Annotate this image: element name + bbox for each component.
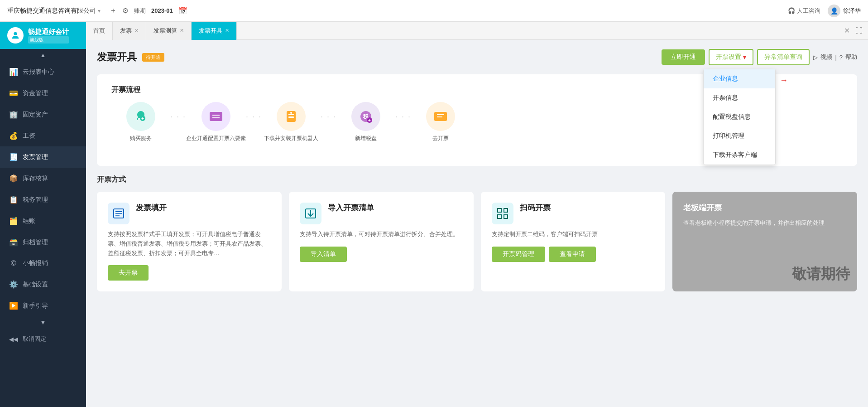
flow-connector-3: · · · — [321, 112, 336, 121]
tax-mgmt-icon: 📋 — [9, 195, 18, 204]
svg-rect-24 — [498, 208, 501, 212]
company-name[interactable]: 重庆畅捷交通信息咨询有限公司 ▾ — [7, 7, 101, 15]
sidebar-item-settings[interactable]: ⚙️ 基础设置 — [0, 274, 86, 295]
sidebar-item-tax-mgmt[interactable]: 📋 税务管理 — [0, 189, 86, 210]
tab-invoice[interactable]: 发票 ✕ — [113, 22, 146, 40]
method-card-fill-invoice: 发票填开 支持按照发票样式手工填开发票；可开具增值税电子普通发票、增值税普通发票… — [97, 192, 282, 291]
logo-icon — [7, 27, 24, 44]
svg-rect-26 — [498, 215, 501, 218]
fill-invoice-icon — [108, 203, 129, 224]
import-invoice-button[interactable]: 导入清单 — [300, 247, 347, 262]
sidebar-item-cloud-report[interactable]: 📊 云报表中心 — [0, 61, 86, 82]
period-label: 账期 — [134, 7, 146, 15]
svg-text:+: + — [141, 116, 144, 121]
page-header: 发票开具 待开通 立即开通 开票设置 ▾ 异常清单查询 ▷ 视频 | ? 帮助 — [97, 49, 857, 65]
fill-invoice-desc: 支持按照发票样式手工填开发票；可开具增值税电子普通发票、增值税普通发票、增值税专… — [108, 230, 271, 258]
methods-section-title: 开票方式 — [97, 175, 857, 184]
tab-invoice-close[interactable]: ✕ — [134, 28, 139, 34]
username-label: 徐泽华 — [843, 7, 861, 15]
tab-home[interactable]: 首页 — [86, 22, 113, 40]
fill-invoice-title: 发票填开 — [136, 203, 167, 213]
activate-button[interactable]: 立即开通 — [662, 49, 705, 65]
flow-connector-1: · · · — [170, 112, 186, 121]
dropdown-printer-mgmt[interactable]: 打印机管理 — [704, 126, 775, 145]
config-enterprise-icon — [201, 102, 230, 131]
play-circle-icon[interactable]: ▷ — [813, 54, 818, 61]
header-actions: 立即开通 开票设置 ▾ 异常清单查询 ▷ 视频 | ? 帮助 — [662, 49, 857, 65]
tab-invoice-calc-close[interactable]: ✕ — [180, 28, 184, 34]
go-invoice-icon — [426, 102, 455, 131]
invoice-mgmt-icon: 🧾 — [9, 153, 18, 161]
import-invoice-title: 导入开票清单 — [328, 203, 374, 213]
sidebar-item-new-guide[interactable]: ▶️ 新手引导 — [0, 295, 86, 316]
dropdown-tax-config[interactable]: 配置税盘信息 — [704, 107, 775, 126]
sidebar-item-inventory[interactable]: 📦 库存核算 — [0, 168, 86, 189]
settings-dropdown: 企业信息 → 开票信息 配置税盘信息 打印机管理 下 — [703, 69, 776, 165]
dropdown-invoice-info[interactable]: 开票信息 — [704, 88, 775, 107]
tab-close-btn[interactable]: ✕ — [842, 25, 852, 36]
headset-icon: 🎧 — [788, 7, 795, 14]
settings-button[interactable]: 开票设置 ▾ — [709, 49, 753, 65]
import-invoice-icon — [300, 203, 321, 224]
sidebar-item-fixed-assets[interactable]: 🏢 固定资产 — [0, 104, 86, 125]
logo-text: 畅捷通好会计 — [28, 28, 69, 36]
sidebar-item-xiaochang[interactable]: © 小畅报销 — [0, 253, 86, 274]
help-section: ▷ 视频 | ? 帮助 — [813, 53, 857, 61]
flow-step-config-enterprise: 企业开通配置开票六要素 — [186, 102, 246, 142]
fund-mgmt-icon: 💳 — [9, 89, 18, 97]
sidebar-item-salary[interactable]: 💰 工资 — [0, 125, 86, 146]
top-bar-actions: ＋ ⚙ 账期 2023-01 📅 — [110, 6, 187, 15]
sidebar-scroll-up[interactable]: ▲ — [0, 49, 86, 61]
top-bar-right: 🎧 人工咨询 👤 徐泽华 — [788, 5, 861, 17]
sidebar-item-cancel-pin[interactable]: ◀◀ 取消固定 — [0, 329, 86, 349]
boss-invoice-desc: 查看老板端小程序提交的开票申请，并作出相应的处理 — [683, 218, 846, 228]
scan-invoice-apply-btn[interactable]: 查看申请 — [549, 247, 596, 262]
tab-invoice-calc[interactable]: 发票测算 ✕ — [146, 22, 192, 40]
page-title: 发票开具 — [97, 50, 137, 64]
sidebar-scroll-down[interactable]: ▼ — [0, 316, 86, 329]
import-invoice-header: 导入开票清单 — [300, 203, 463, 224]
sidebar-logo: 畅捷通好会计 旗舰版 — [0, 22, 86, 49]
archive-icon: 🗃️ — [9, 238, 18, 247]
svg-rect-27 — [504, 215, 508, 218]
fill-invoice-button[interactable]: 去开票 — [108, 265, 149, 281]
main-layout: 畅捷通好会计 旗舰版 ▲ 📊 云报表中心 💳 资金管理 🏢 固定资产 💰 工资 … — [0, 22, 868, 407]
abnormal-button[interactable]: 异常清单查询 — [757, 49, 810, 65]
tab-invoice-open[interactable]: 发票开具 ✕ — [192, 22, 237, 40]
method-card-scan-invoice: 扫码开票 支持定制开票二维码，客户端可扫码开票 开票码管理 查看申请 — [481, 192, 666, 291]
dropdown-download-client[interactable]: 下载开票客户端 — [704, 145, 775, 165]
flow-step-download-robot: 下载并安装开票机器人 — [262, 102, 321, 142]
avatar: 👤 — [828, 5, 840, 17]
method-card-boss-invoice: 老板端开票 查看老板端小程序提交的开票申请，并作出相应的处理 敬请期待 — [672, 192, 857, 291]
calendar-icon[interactable]: 📅 — [178, 6, 187, 15]
scan-invoice-code-btn[interactable]: 开票码管理 — [492, 247, 545, 262]
sidebar-item-archive[interactable]: 🗃️ 归档管理 — [0, 232, 86, 253]
flow-connector-2: · · · — [246, 112, 262, 121]
svg-rect-8 — [288, 114, 294, 115]
consulting-button[interactable]: 🎧 人工咨询 — [788, 7, 820, 15]
red-arrow-icon: → — [780, 76, 788, 85]
sidebar-item-settle[interactable]: 🗂️ 结账 — [0, 210, 86, 232]
methods-section: 开票方式 发票填开 支持按照发票样式手工填开发票；可开具增值税电子普通发票 — [97, 175, 857, 291]
boss-invoice-title: 老板端开票 — [683, 203, 722, 213]
add-company-icon[interactable]: ＋ — [110, 6, 117, 15]
svg-rect-25 — [504, 208, 508, 212]
tab-bar: 首页 发票 ✕ 发票测算 ✕ 发票开具 ✕ ✕ ⛶ — [86, 22, 868, 40]
cloud-report-icon: 📊 — [9, 68, 18, 76]
flow-step-buy-service: + 购买服务 — [111, 102, 170, 142]
import-invoice-desc: 支持导入待开票清单，可对待开票清单进行拆分、合并处理。 — [300, 230, 463, 239]
settings-gear-icon[interactable]: ⚙ — [122, 6, 129, 15]
flow-connector-4: · · · — [395, 112, 411, 121]
fill-invoice-header: 发票填开 — [108, 203, 271, 224]
help-circle-icon: ? — [839, 54, 843, 61]
svg-text:+: + — [368, 118, 371, 123]
svg-point-10 — [290, 112, 292, 114]
tab-maximize-btn[interactable]: ⛶ — [854, 26, 864, 36]
method-card-import-invoice: 导入开票清单 支持导入待开票清单，可对待开票清单进行拆分、合并处理。 导入清单 — [289, 192, 474, 291]
sidebar-item-fund-mgmt[interactable]: 💳 资金管理 — [0, 82, 86, 104]
cancel-pin-icon: ◀◀ — [9, 336, 18, 343]
sidebar-item-invoice-mgmt[interactable]: 🧾 发票管理 — [0, 146, 86, 168]
dropdown-company-info[interactable]: 企业信息 → — [704, 69, 775, 88]
company-chevron-icon: ▾ — [98, 8, 101, 14]
tab-invoice-open-close[interactable]: ✕ — [225, 28, 229, 34]
